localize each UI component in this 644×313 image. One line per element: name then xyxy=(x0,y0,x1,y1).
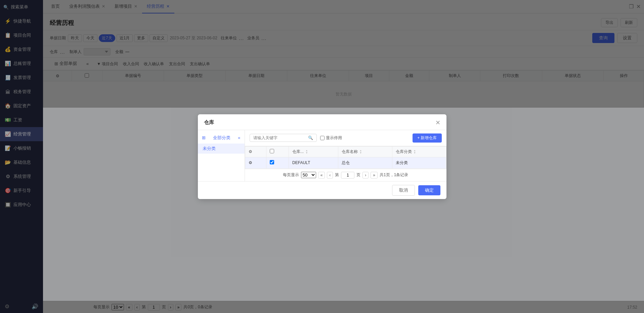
modal-main: 🔍 显示停用 + 新增仓库 ⚙ xyxy=(245,130,446,181)
modal-page-suffix: 页 xyxy=(356,172,360,178)
all-category-icon: ⊞ xyxy=(202,135,206,140)
modal-footer: 取消 确定 xyxy=(198,181,446,199)
modal-header: 仓库 ✕ xyxy=(198,114,446,130)
sort-name-icon: ▲▼ xyxy=(359,149,362,154)
search-box[interactable]: 🔍 xyxy=(250,134,317,142)
row-settings[interactable]: ⚙ xyxy=(245,157,266,168)
modal-total-text: 共1页，1条记录 xyxy=(380,172,408,178)
modal-page-label: 第 xyxy=(335,172,339,178)
sort-code-icon: ▲▼ xyxy=(305,149,308,154)
modal-overlay: 仓库 ✕ ⊞ 全部分类 « 未分类 🔍 xyxy=(0,0,644,313)
add-warehouse-button[interactable]: + 新增仓库 xyxy=(413,133,441,143)
table-row[interactable]: ⚙ DEFAULT 总仓 未分类 xyxy=(245,157,446,168)
modal-first-btn[interactable]: « xyxy=(318,172,325,179)
show-disabled-label: 显示停用 xyxy=(326,135,342,141)
row-code: DEFAULT xyxy=(289,157,338,168)
cancel-button[interactable]: 取消 xyxy=(392,185,415,196)
show-disabled-checkbox-label[interactable]: 显示停用 xyxy=(320,135,342,141)
sort-category-icon: ▲▼ xyxy=(414,149,416,154)
all-category-label: 全部分类 xyxy=(213,135,230,141)
modal-col-code[interactable]: 仓库... ▲▼ xyxy=(289,146,338,157)
warehouse-table: ⚙ 仓库... ▲▼ 仓库名称 ▲▼ xyxy=(245,146,446,169)
show-disabled-checkbox[interactable] xyxy=(320,136,325,140)
modal-sidebar: ⊞ 全部分类 « 未分类 xyxy=(198,130,245,181)
modal-per-page-label: 每页显示 xyxy=(283,172,299,178)
modal-last-btn[interactable]: » xyxy=(371,172,378,179)
row-checkbox[interactable] xyxy=(266,157,289,168)
modal-next-btn[interactable]: › xyxy=(362,172,369,179)
modal-search-input[interactable] xyxy=(253,135,306,140)
modal-table: ⚙ 仓库... ▲▼ 仓库名称 ▲▼ xyxy=(245,146,446,169)
modal-body: ⊞ 全部分类 « 未分类 🔍 显示停用 xyxy=(198,130,446,181)
modal-page-input[interactable] xyxy=(341,172,354,179)
row-select-checkbox[interactable] xyxy=(270,160,274,164)
modal-sidebar-scroll: 未分类 xyxy=(198,144,245,154)
modal-prev-btn[interactable]: ‹ xyxy=(327,172,333,179)
modal-col-settings[interactable]: ⚙ xyxy=(245,146,266,157)
modal-select-all[interactable] xyxy=(270,149,274,153)
modal-pagination: 每页显示 50 20 100 « ‹ 第 页 › » 共1页，1条记录 xyxy=(245,169,446,181)
sidebar-collapse-icon[interactable]: « xyxy=(238,135,240,140)
modal-close-button[interactable]: ✕ xyxy=(435,119,440,126)
modal-per-page-select[interactable]: 50 20 100 xyxy=(301,172,316,178)
modal-col-category[interactable]: 仓库分类 ▲▼ xyxy=(392,146,446,157)
modal-col-name[interactable]: 仓库名称 ▲▼ xyxy=(338,146,392,157)
modal-title: 仓库 xyxy=(204,119,214,126)
modal-col-checkbox[interactable] xyxy=(266,146,289,157)
row-name: 总仓 xyxy=(338,157,392,168)
modal-sidebar-header[interactable]: ⊞ 全部分类 « xyxy=(198,133,245,144)
unclassified-item[interactable]: 未分类 xyxy=(198,144,245,154)
modal-search-icon: 🔍 xyxy=(308,135,313,140)
modal-toolbar: 🔍 显示停用 + 新增仓库 xyxy=(245,130,446,146)
row-category: 未分类 xyxy=(392,157,446,168)
warehouse-modal: 仓库 ✕ ⊞ 全部分类 « 未分类 🔍 xyxy=(198,114,446,199)
confirm-button[interactable]: 确定 xyxy=(418,185,440,195)
